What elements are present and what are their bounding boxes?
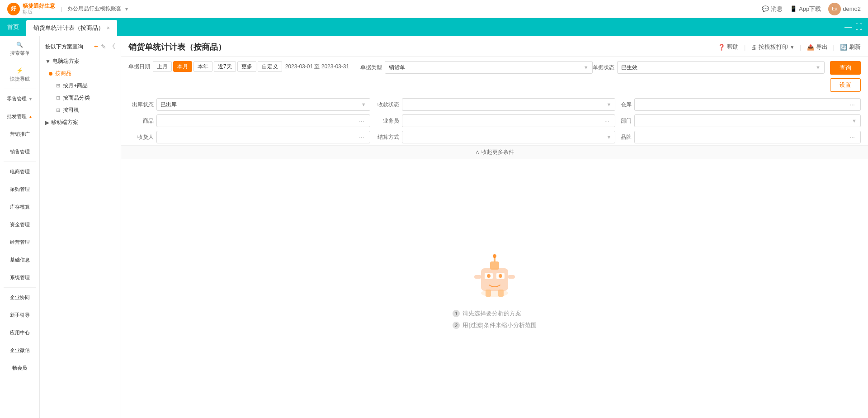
action-buttons: 查询 设置 bbox=[830, 61, 861, 92]
scheme-collapse-btn[interactable]: 《 bbox=[109, 43, 115, 51]
product-input[interactable]: ··· bbox=[156, 114, 370, 127]
brand-ellipsis[interactable]: ··· bbox=[848, 133, 857, 141]
sidebar-item-ecommerce[interactable]: 电商管理 bbox=[0, 163, 39, 180]
receipt-status-select[interactable]: ▼ bbox=[402, 98, 616, 111]
scheme-group-mobile[interactable]: ▶ 移动端方案 bbox=[40, 116, 121, 128]
svg-rect-11 bbox=[486, 290, 491, 297]
receiver-ellipsis[interactable]: ··· bbox=[357, 133, 366, 141]
department-chevron: ▼ bbox=[852, 118, 857, 124]
scheme-edit-btn[interactable]: ✎ bbox=[101, 43, 106, 50]
scheme-item-label: 按商品 bbox=[55, 70, 71, 77]
date-btn-7days[interactable]: 近7天 bbox=[214, 61, 236, 72]
app-download-btn[interactable]: 📱 App下载 bbox=[790, 5, 821, 13]
product-ellipsis[interactable]: ··· bbox=[357, 117, 366, 124]
sidebar-item-purchase[interactable]: 采购管理 bbox=[0, 180, 39, 198]
scheme-item-month-product[interactable]: ⊞ 按月+商品 bbox=[40, 80, 121, 92]
bill-type-select[interactable]: 销货单 ▼ bbox=[385, 61, 592, 74]
tab-close-btn[interactable]: × bbox=[107, 25, 110, 31]
scheme-sub-label-1: 按月+商品 bbox=[63, 82, 88, 90]
out-status-select[interactable]: 已出库 ▼ bbox=[156, 98, 370, 111]
page-title: 销货单统计计表（按商品） bbox=[128, 42, 226, 52]
date-btn-last-month[interactable]: 上月 bbox=[153, 61, 172, 72]
scheme-item-product-category[interactable]: ⊞ 按商品分类 bbox=[40, 92, 121, 104]
settlement-select[interactable]: ▼ bbox=[402, 131, 616, 143]
refresh-icon: 🔄 bbox=[840, 44, 847, 51]
sidebar-item-retail[interactable]: 零售管理 ▼ bbox=[0, 90, 39, 108]
brand-input[interactable]: ··· bbox=[634, 131, 861, 143]
query-btn[interactable]: 查询 bbox=[830, 61, 861, 75]
scheme-sub-icon-2: ⊞ bbox=[56, 95, 60, 101]
salesperson-ellipsis[interactable]: ··· bbox=[603, 117, 612, 124]
filter-row-2: 出库状态 已出库 ▼ 收款状态 ▼ bbox=[121, 96, 868, 113]
tab-minimize-btn[interactable]: — bbox=[844, 23, 852, 31]
logo-area: 好 畅捷通好生意 标版 bbox=[7, 3, 55, 15]
scheme-panel: 按以下方案查询 + ✎ 《 ▼ 电脑端方案 按商品 bbox=[40, 36, 121, 418]
page-header: 销货单统计计表（按商品） ❓ 帮助 | 🖨 按模板打印 ▼ | 📤 bbox=[121, 36, 868, 57]
scheme-item-by-product[interactable]: 按商品 bbox=[40, 67, 121, 80]
empty-illustration bbox=[467, 248, 522, 302]
sidebar-search[interactable]: 🔍 搜索菜单 bbox=[0, 36, 39, 62]
scheme-group-pc[interactable]: ▼ 电脑端方案 bbox=[40, 55, 121, 67]
warehouse-label: 仓库 bbox=[619, 101, 632, 109]
out-status-label: 出库状态 bbox=[128, 101, 154, 109]
sidebar-item-member[interactable]: 畅会员 bbox=[0, 359, 39, 377]
date-btn-custom[interactable]: 自定义 bbox=[258, 61, 282, 72]
top-bar-left: 好 畅捷通好生意 标版 | 办公用品行业模拟账套 ▾ bbox=[7, 3, 128, 15]
sidebar-item-basic-info[interactable]: 基础信息 bbox=[0, 251, 39, 269]
date-btn-this-month[interactable]: 本月 bbox=[173, 61, 192, 72]
sidebar-item-management[interactable]: 经营管理 bbox=[0, 233, 39, 251]
salesperson-input[interactable]: ··· bbox=[402, 114, 616, 127]
sidebar-sep-2 bbox=[4, 162, 36, 162]
main-panel: 销货单统计计表（按商品） ❓ 帮助 | 🖨 按模板打印 ▼ | 📤 bbox=[121, 36, 868, 418]
scheme-item-driver[interactable]: ⊞ 按司机 bbox=[40, 104, 121, 116]
warehouse-group: 仓库 ··· bbox=[619, 98, 861, 111]
main-layout: 🔍 搜索菜单 ⚡ 快捷导航 零售管理 ▼ 批发管理 ▲ 营销推广 销售管理 电商… bbox=[0, 36, 868, 418]
sidebar-quick-nav[interactable]: ⚡ 快捷导航 bbox=[0, 62, 39, 88]
tab-sales-stats[interactable]: 销货单统计计表（按商品） × bbox=[26, 20, 117, 36]
group-label-pc: 电脑端方案 bbox=[52, 57, 80, 65]
export-btn[interactable]: 📤 导出 bbox=[807, 43, 828, 51]
date-btn-this-year[interactable]: 本年 bbox=[193, 61, 212, 72]
sidebar-item-inventory[interactable]: 库存核算 bbox=[0, 198, 39, 216]
sidebar-item-enterprise[interactable]: 企业协同 bbox=[0, 289, 39, 306]
active-dot bbox=[49, 72, 52, 76]
search-icon: 🔍 bbox=[16, 42, 23, 48]
industry-dropdown[interactable]: ▾ bbox=[125, 6, 128, 12]
date-shortcuts: 上月 本月 本年 近7天 更多 自定义 2023-03-01 至 2023-03… bbox=[153, 61, 349, 72]
scheme-sub-icon-1: ⊞ bbox=[56, 83, 60, 89]
bill-status-select[interactable]: 已生效 ▼ bbox=[617, 61, 825, 74]
collapse-btn[interactable]: ∧ 收起更多条件 bbox=[121, 145, 868, 159]
department-select[interactable]: ▼ bbox=[634, 114, 861, 127]
date-btn-more[interactable]: 更多 bbox=[237, 61, 256, 72]
warehouse-input[interactable]: ··· bbox=[634, 98, 861, 111]
sidebar-item-system[interactable]: 系统管理 bbox=[0, 269, 39, 286]
warehouse-ellipsis[interactable]: ··· bbox=[848, 101, 857, 108]
tab-maximize-btn[interactable]: ⛶ bbox=[855, 23, 863, 31]
export-icon: 📤 bbox=[807, 44, 814, 51]
sidebar-sep-1 bbox=[4, 89, 36, 89]
refresh-btn[interactable]: 🔄 刷新 bbox=[840, 43, 861, 51]
settlement-group: 结算方式 ▼ bbox=[374, 131, 616, 143]
user-name: demo2 bbox=[843, 5, 861, 12]
set-btn[interactable]: 设置 bbox=[830, 78, 861, 92]
sidebar-item-marketing[interactable]: 营销推广 bbox=[0, 125, 39, 143]
receiver-input[interactable]: ··· bbox=[156, 131, 370, 143]
tab-home[interactable]: 首页 bbox=[0, 18, 26, 36]
date-label: 单据日期 bbox=[128, 63, 150, 71]
user-avatar-area[interactable]: Ea demo2 bbox=[828, 3, 861, 15]
sidebar-item-sales[interactable]: 销售管理 bbox=[0, 143, 39, 161]
tab-nav: 首页 销货单统计计表（按商品） × — ⛶ bbox=[0, 18, 868, 36]
sidebar-item-finance[interactable]: 资金管理 bbox=[0, 216, 39, 233]
scheme-add-btn[interactable]: + bbox=[94, 43, 98, 51]
sidebar-item-wechat[interactable]: 企业微信 bbox=[0, 342, 39, 359]
message-btn[interactable]: 💬 消息 bbox=[762, 5, 783, 13]
sidebar-item-wholesale[interactable]: 批发管理 ▲ bbox=[0, 108, 39, 125]
help-btn[interactable]: ❓ 帮助 bbox=[718, 43, 739, 51]
page-actions: ❓ 帮助 | 🖨 按模板打印 ▼ | 📤 导出 | bbox=[718, 43, 861, 51]
print-template-btn[interactable]: 🖨 按模板打印 ▼ bbox=[751, 43, 794, 51]
sidebar-item-guide[interactable]: 新手引导 bbox=[0, 306, 39, 324]
brand-label: 品牌 bbox=[619, 133, 632, 141]
group-arrow-pc: ▼ bbox=[45, 58, 51, 65]
sidebar-item-app-center[interactable]: 应用中心 bbox=[0, 324, 39, 342]
quick-nav-icon: ⚡ bbox=[16, 67, 23, 74]
